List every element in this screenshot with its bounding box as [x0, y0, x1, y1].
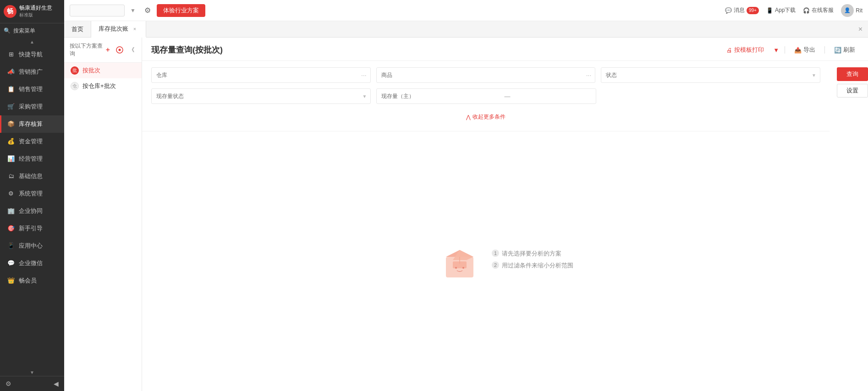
- system-icon: ⚙: [7, 190, 15, 198]
- sidebar-item-quick-nav[interactable]: ⊞ 快捷导航: [0, 46, 64, 63]
- nav-label: 系统管理: [19, 190, 43, 198]
- user-item[interactable]: 👤 Rit: [841, 4, 863, 17]
- search-menu-label: 搜索菜单: [13, 27, 35, 35]
- tabbar: 首页 库存批次账 × ×: [64, 21, 868, 38]
- app-download-label: App下载: [775, 6, 796, 14]
- app-subtitle: 标准版: [19, 12, 52, 18]
- sidebar-item-purchase[interactable]: 🛒 采购管理: [0, 98, 64, 115]
- sidebar-item-app-center[interactable]: 📱 应用中心: [0, 237, 64, 255]
- scroll-down[interactable]: ▼: [0, 369, 64, 376]
- scheme-label-batch: 按批次: [82, 66, 100, 75]
- refresh-btn[interactable]: 🔄 刷新: [830, 44, 859, 56]
- query-btn[interactable]: 查询: [837, 67, 868, 81]
- weixin-icon: 💬: [7, 259, 15, 267]
- inventory-status-dropdown-btn[interactable]: ▼: [358, 94, 370, 99]
- nav-label: 资金管理: [19, 137, 43, 146]
- trial-btn[interactable]: 体验行业方案: [157, 4, 205, 17]
- status-label: 状态: [601, 71, 621, 79]
- online-service-label: 在线客服: [812, 6, 834, 14]
- refresh-icon: 🔄: [834, 47, 841, 54]
- user-avatar: 👤: [841, 4, 854, 17]
- tab-close-btn[interactable]: ×: [131, 25, 138, 33]
- tab-inventory-batch-label: 库存批次账: [99, 25, 128, 33]
- print-dropdown-btn[interactable]: ▼: [773, 47, 779, 54]
- panel-close-btn[interactable]: ×: [853, 21, 868, 37]
- tip-text-1: 请先选择要分析的方案: [502, 250, 561, 258]
- sidebar-item-weixin[interactable]: 💬 企业微信: [0, 255, 64, 272]
- main-qty-to-input[interactable]: [511, 89, 596, 103]
- sidebar-item-basic[interactable]: 🗂 基础信息: [0, 168, 64, 185]
- topbar-gear-icon[interactable]: ⚙: [141, 4, 154, 17]
- settings-icon[interactable]: ⚙: [5, 380, 11, 387]
- topbar-right: 💬 消息 99+ 📱 App下载 🎧 在线客服 👤 Rit: [725, 4, 863, 17]
- app-download-item[interactable]: 📱 App下载: [766, 6, 796, 14]
- sidebar-item-guide[interactable]: 🎯 新手引导: [0, 220, 64, 237]
- warehouse-input[interactable]: [172, 68, 357, 82]
- sidebar-item-operations[interactable]: 📊 经营管理: [0, 150, 64, 168]
- scheme-settings-btn[interactable]: [115, 45, 124, 54]
- nav-label: 企业协同: [19, 207, 43, 215]
- page-actions: 🖨 按模板打印 ▼ 📤 导出 🔄 刷新: [723, 44, 859, 56]
- tab-inventory-batch[interactable]: 库存批次账 ×: [91, 21, 146, 38]
- collapse-row[interactable]: ⋀ 收起更多条件: [151, 109, 820, 125]
- marketing-icon: 📣: [7, 68, 15, 76]
- sidebar-item-marketing[interactable]: 📣 营销推广: [0, 63, 64, 81]
- message-item[interactable]: 💬 消息 99+: [725, 6, 759, 14]
- page-header: 现存量查询(按批次) 🖨 按模板打印 ▼ 📤 导出 🔄 刷: [142, 38, 868, 61]
- nav-label: 基础信息: [19, 172, 43, 180]
- divider2: [824, 46, 825, 54]
- finance-icon: 💰: [7, 137, 15, 146]
- topbar-dropdown-btn[interactable]: ▼: [127, 5, 138, 16]
- topbar-search-input[interactable]: [70, 5, 125, 16]
- operations-icon: 📊: [7, 155, 15, 163]
- nav-label: 营销推广: [19, 68, 43, 76]
- status-input[interactable]: [621, 68, 808, 82]
- warehouse-dots-btn[interactable]: ···: [357, 71, 370, 79]
- status-dropdown-btn[interactable]: ▼: [808, 73, 820, 78]
- svg-point-8: [462, 267, 464, 269]
- service-icon: 🎧: [803, 7, 810, 14]
- inventory-status-input[interactable]: [188, 89, 358, 103]
- main-qty-from-input[interactable]: [419, 89, 504, 103]
- tip-text-2: 用过滤条件来缩小分析范围: [502, 261, 573, 270]
- sidebar-item-enterprise[interactable]: 🏢 企业协同: [0, 202, 64, 220]
- basic-icon: 🗂: [7, 172, 15, 180]
- product-dots-btn[interactable]: ···: [582, 71, 595, 79]
- search-menu[interactable]: 🔍 搜索菜单: [0, 23, 64, 38]
- empty-illustration: [437, 239, 483, 284]
- export-btn[interactable]: 📤 导出: [791, 44, 819, 56]
- settings-btn[interactable]: 设置: [837, 84, 868, 98]
- tab-home[interactable]: 首页: [64, 21, 91, 37]
- inventory-status-label: 现存量状态: [152, 92, 188, 100]
- scheme-item-warehouse-batch[interactable]: 仓 按仓库+批次: [64, 78, 142, 94]
- collapse-btn-label: 收起更多条件: [472, 113, 505, 121]
- status-field: 状态 ▼: [601, 67, 820, 83]
- guide-icon: 🎯: [7, 224, 15, 233]
- nav-label: 企业微信: [19, 259, 43, 267]
- empty-tips: 1 请先选择要分析的方案 2 用过滤条件来缩小分析范围: [492, 250, 573, 273]
- topbar-left: ▼ ⚙ 体验行业方案: [70, 4, 720, 17]
- scheme-label-warehouse-batch: 按仓库+批次: [82, 82, 116, 90]
- print-btn[interactable]: 🖨 按模板打印: [723, 44, 768, 56]
- online-service-item[interactable]: 🎧 在线客服: [803, 6, 834, 14]
- filter-row-1: 仓库 ··· 商品 ··· 状态 ▼: [151, 67, 820, 83]
- scroll-up[interactable]: ▲: [0, 38, 64, 46]
- sidebar-header: 畅 畅康通好生意 标准版: [0, 0, 64, 23]
- sidebar-item-member[interactable]: 👑 畅会员: [0, 272, 64, 289]
- sidebar-item-finance[interactable]: 💰 资金管理: [0, 133, 64, 150]
- sidebar-item-system[interactable]: ⚙ 系统管理: [0, 185, 64, 202]
- topbar: ▼ ⚙ 体验行业方案 💬 消息 99+ 📱 App下载 🎧 在线客服 👤: [64, 0, 868, 21]
- sidebar-item-sales[interactable]: 📋 销售管理: [0, 81, 64, 98]
- product-field: 商品 ···: [376, 67, 596, 83]
- empty-tip-2: 2 用过滤条件来缩小分析范围: [492, 261, 573, 270]
- collapse-sidebar-icon[interactable]: ◀: [54, 380, 59, 387]
- scheme-item-batch[interactable]: 批 按批次: [64, 63, 142, 78]
- btn-group: 查询 设置: [830, 61, 868, 131]
- main-qty-field: 现存量（主） —: [376, 88, 596, 104]
- sidebar-item-inventory[interactable]: 📦 库存核算: [0, 115, 64, 133]
- purchase-icon: 🛒: [7, 103, 15, 111]
- add-scheme-btn[interactable]: ＋: [103, 45, 112, 54]
- sidebar-footer: ⚙ ◀: [0, 376, 64, 391]
- product-input[interactable]: [397, 68, 582, 82]
- collapse-panel-btn[interactable]: 《: [127, 45, 136, 54]
